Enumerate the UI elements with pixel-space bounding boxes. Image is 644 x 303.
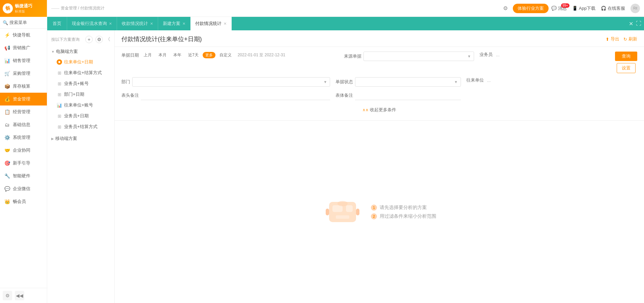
search-menu[interactable]: 🔍 搜索菜单: [0, 17, 47, 29]
collapse-left-panel-btn[interactable]: 《: [106, 36, 110, 42]
scheme-group-pc-header[interactable]: ▼ 电脑端方案: [47, 47, 114, 57]
filter-partner: 往来单位 ...: [466, 77, 591, 83]
sidebar-item-purchase[interactable]: 🛒 采购管理: [0, 67, 47, 80]
sidebar-nav: ⚡ 快捷导航 📢 营销推广 📊 销售管理 🛒 采购管理 📦 库存核算 💰 资金管…: [0, 29, 47, 288]
table-header-note-input[interactable]: [141, 91, 330, 100]
sales-icon: 📊: [4, 58, 10, 64]
sidebar-item-wechat[interactable]: 💬 企业微信: [0, 182, 47, 195]
scheme-item-partner-date[interactable]: 往来单位+日期: [47, 57, 114, 67]
tab-new-plan[interactable]: 新建方案 ✕: [158, 17, 191, 30]
last-month-btn[interactable]: 上月: [141, 52, 154, 59]
sidebar-item-operations[interactable]: 📋 经营管理: [0, 105, 47, 118]
notifications-badge: 99+: [561, 3, 569, 8]
tab-home[interactable]: 首页: [47, 17, 67, 30]
trial-btn[interactable]: 体验行业方案: [513, 4, 549, 13]
left-panel-header: 按以下方案查询 + ⚙ 《: [47, 34, 114, 47]
sidebar-item-guide[interactable]: 🎯 新手引导: [0, 157, 47, 170]
scheme-item-salesman-settlement[interactable]: ⊞ 业务员+结算方式: [47, 121, 114, 132]
tab-close-cash-flow[interactable]: ✕: [109, 22, 112, 26]
this-year-btn[interactable]: 本年: [171, 52, 184, 59]
scheme-item-partner-settlement[interactable]: ⊞ 往来单位+结算方式: [47, 67, 114, 78]
add-scheme-btn[interactable]: +: [85, 36, 93, 43]
notifications-btn[interactable]: 💬 消息 99+: [551, 5, 567, 11]
tabbar: 首页 现金银行流水查询 ✕ 收款情况统计 ✕ 新建方案 ✕ 付款情况统计 ✕ ✕…: [47, 17, 644, 30]
tab-payment-stats[interactable]: 付款情况统计 ✕: [191, 17, 232, 30]
source-label: 来源单据: [344, 53, 361, 59]
export-btn[interactable]: ⬆ 导出: [606, 36, 619, 42]
doc-status-label: 单据状态: [335, 79, 353, 85]
refresh-btn[interactable]: ↻ 刷新: [623, 36, 637, 42]
query-btn[interactable]: 查询: [615, 52, 637, 61]
scheme-item-salesman-account[interactable]: ⊞ 业务员+账号: [47, 78, 114, 89]
svg-rect-4: [326, 209, 329, 215]
topbar-settings-btn[interactable]: ⚙: [501, 4, 510, 13]
empty-state: 1 请先选择要分析的方案 2 用过滤条件来缩小分析范围: [115, 121, 644, 303]
source-select-arrow-icon: ▼: [467, 54, 471, 58]
scheme-item-partner-account[interactable]: 📊 往来单位+账号: [47, 100, 114, 111]
custom-btn[interactable]: 自定义: [217, 52, 234, 59]
source-select[interactable]: ▼: [363, 52, 474, 61]
salesman-label: 业务员: [479, 52, 493, 58]
salesman-more-btn[interactable]: ...: [496, 52, 500, 57]
dept-select[interactable]: ▼: [132, 77, 330, 87]
tab-close-collection[interactable]: ✕: [150, 22, 153, 26]
last-7days-btn[interactable]: 近7天: [185, 52, 201, 59]
tabbar-right: ✕ ⛶: [629, 17, 644, 30]
filter-source: 来源单据 ▼: [344, 52, 474, 61]
sidebar-item-quick-nav[interactable]: ⚡ 快捷导航: [0, 29, 47, 41]
more-btn[interactable]: 更多: [203, 52, 215, 58]
scheme-item-dept-date[interactable]: ⊞ 部门+日期: [47, 89, 114, 100]
empty-hint-2: 2 用过滤条件来缩小分析范围: [371, 213, 436, 219]
close-all-tabs-btn[interactable]: ✕: [629, 21, 633, 27]
sidebar-item-cooperation[interactable]: 🤝 企业协同: [0, 144, 47, 157]
date-buttons: 上月 本月 本年 近7天 更多 自定义: [141, 52, 234, 59]
column-settings-btn[interactable]: 设置: [617, 63, 636, 73]
collapse-more-btn[interactable]: ∧∧ 收起更多条件: [121, 104, 637, 116]
collapse-sidebar-btn[interactable]: ◀◀: [15, 291, 24, 300]
right-content: 付款情况统计(往来单位+日期) ⬆ 导出 ↻ 刷新 单: [115, 30, 644, 303]
inventory-icon: 📦: [4, 83, 10, 89]
topbar-right: 💬 消息 99+ 📱 App下载 🎧 在线客服 Rit: [551, 4, 640, 13]
sidebar-item-marketing[interactable]: 📢 营销推广: [0, 41, 47, 54]
settings-footer-btn[interactable]: ⚙: [3, 291, 12, 300]
scheme-group-mobile: ▶ 移动端方案: [47, 133, 114, 144]
filter-dept: 部门 ▼: [121, 77, 330, 87]
sidebar-item-member[interactable]: 👑 畅会员: [0, 195, 47, 208]
sidebar-item-sales[interactable]: 📊 销售管理: [0, 54, 47, 67]
sidebar-item-system[interactable]: ⚙️ 系统管理: [0, 131, 47, 144]
filter-row-2: 部门 ▼ 单据状态 ▼ 往来单位: [121, 77, 637, 87]
doc-status-select[interactable]: ▼: [355, 77, 461, 87]
tab-collection-stats[interactable]: 收款情况统计 ✕: [117, 17, 158, 30]
scheme-group-mobile-header[interactable]: ▶ 移动端方案: [47, 133, 114, 144]
dept-date-icon: ⊞: [57, 92, 62, 97]
sidebar-item-hardware[interactable]: 🔧 智能硬件: [0, 170, 47, 182]
filter-row-3: 表头备注 表体备注: [121, 91, 637, 100]
partner-more-btn[interactable]: ...: [487, 78, 491, 83]
sidebar-item-basic-info[interactable]: 🗂 基础信息: [0, 118, 47, 131]
tab-cash-flow[interactable]: 现金银行流水查询 ✕: [67, 17, 117, 30]
app-download-btn[interactable]: 📱 App下载: [572, 5, 595, 11]
online-service-btn[interactable]: 🎧 在线客服: [601, 5, 625, 11]
partner-label: 往来单位: [466, 77, 484, 83]
tab-close-new-plan[interactable]: ✕: [182, 22, 185, 26]
page-title: 付款情况统计(往来单位+日期): [121, 35, 202, 43]
pc-group-arrow-icon: ▼: [51, 50, 55, 54]
sidebar-item-inventory[interactable]: 📦 库存核算: [0, 80, 47, 93]
scheme-item-salesman-date[interactable]: ⊞ 业务员+日期: [47, 111, 114, 121]
scheme-settings-btn[interactable]: ⚙: [95, 36, 103, 43]
expand-tabs-btn[interactable]: ⛶: [636, 21, 641, 27]
export-icon: ⬆: [606, 37, 609, 42]
table-header-note-label: 表头备注: [121, 92, 139, 98]
sidebar-item-funds[interactable]: 💰 资金管理: [0, 93, 47, 105]
user-avatar[interactable]: Rit: [631, 4, 640, 13]
date-range: 2022-01-01 至 2022-12-31: [238, 52, 285, 58]
dept-select-arrow-icon: ▼: [323, 80, 327, 84]
tab-close-payment[interactable]: ✕: [224, 22, 227, 26]
svg-rect-1: [332, 205, 343, 212]
content-area: 按以下方案查询 + ⚙ 《 ▼ 电脑端方案 往来单位+日期 ⊞: [47, 30, 644, 303]
table-body-note-input[interactable]: [355, 91, 461, 100]
marketing-icon: 📢: [4, 45, 10, 51]
this-month-btn[interactable]: 本月: [156, 52, 169, 59]
headset-icon: 🎧: [601, 6, 606, 11]
cooperation-icon: 🤝: [4, 147, 10, 153]
